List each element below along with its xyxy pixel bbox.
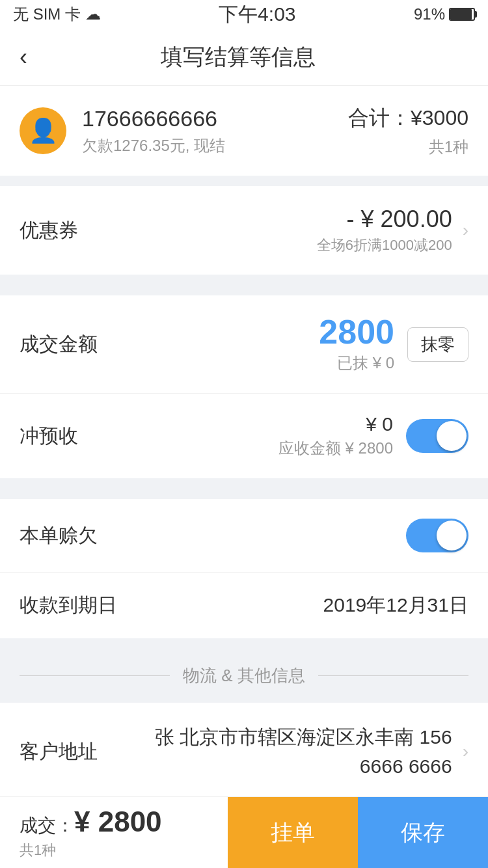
prepay-right: ¥ 0 应收金额 ¥ 2800: [278, 413, 393, 459]
divider-line-right: [318, 675, 468, 676]
deal-amount-value: 2800: [319, 315, 394, 349]
address-chevron-icon: ›: [463, 741, 468, 762]
debt-row: 本单赊欠: [0, 499, 488, 573]
deal-amount-section: 成交金额 2800 已抹 ¥ 0 抹零 冲预收 ¥ 0 应收金额 ¥ 2800: [0, 295, 488, 478]
avatar: 👤: [20, 107, 66, 154]
bottom-deal-label: 成交：: [20, 815, 74, 835]
sim-label: 无 SIM 卡 ☁: [13, 4, 101, 25]
coupon-label: 优惠券: [20, 217, 111, 244]
total-value: ¥3000: [411, 106, 468, 129]
coupon-chevron-icon: ›: [463, 220, 468, 241]
total-label: 合计：: [348, 106, 411, 129]
status-left: 无 SIM 卡 ☁: [13, 4, 101, 25]
battery-icon: [449, 8, 475, 21]
status-bar: 无 SIM 卡 ☁ 下午4:03 91%: [0, 0, 488, 29]
due-date-value: 2019年12月31日: [323, 592, 468, 619]
debt-content: [111, 519, 468, 552]
already-rounded: 已抹 ¥ 0: [337, 353, 394, 373]
address-section: 客户地址 张 北京市市辖区海淀区永丰南 156 6666 6666 ›: [0, 703, 488, 800]
deal-amount-content: 2800 已抹 ¥ 0 抹零: [111, 315, 468, 373]
prepay-amount: ¥ 0: [366, 413, 393, 435]
address-content: 张 北京市市辖区海淀区永丰南 156 6666 6666 ›: [111, 722, 468, 781]
deal-amount-label: 成交金额: [20, 331, 111, 358]
save-button[interactable]: 保存: [358, 797, 488, 869]
status-right: 91%: [414, 5, 475, 23]
debt-toggle[interactable]: [406, 519, 468, 552]
avatar-icon: 👤: [29, 117, 58, 144]
prepay-toggle[interactable]: [406, 419, 468, 453]
logistics-label: 物流 & 其他信息: [170, 664, 318, 687]
total-amount: 合计：¥3000: [348, 104, 468, 133]
coupon-content: - ¥ 200.00 全场6折满1000减200 ›: [111, 206, 468, 255]
coupon-amount: - ¥ 200.00: [347, 206, 452, 233]
bottom-info: 成交：¥ 2800 共1种: [0, 806, 228, 860]
prepay-label: 冲预收: [20, 423, 111, 450]
total-count: 共1种: [348, 137, 468, 157]
customer-phone: 17666666666: [82, 106, 348, 131]
prepay-content: ¥ 0 应收金额 ¥ 2800: [111, 413, 468, 459]
coupon-desc: 全场6折满1000减200: [317, 236, 452, 255]
deal-amount-row: 成交金额 2800 已抹 ¥ 0 抹零: [0, 295, 488, 394]
battery-percent: 91%: [414, 5, 445, 23]
debt-toggle-circle: [437, 521, 467, 550]
content: 👤 17666666666 欠款1276.35元, 现结 合计：¥3000 共1…: [0, 86, 488, 868]
prepay-row: 冲预收 ¥ 0 应收金额 ¥ 2800: [0, 394, 488, 478]
coupon-row[interactable]: 优惠券 - ¥ 200.00 全场6折满1000减200 ›: [0, 186, 488, 275]
address-row[interactable]: 客户地址 张 北京市市辖区海淀区永丰南 156 6666 6666 ›: [0, 703, 488, 800]
hang-sale-button[interactable]: 挂单: [228, 797, 358, 869]
divider-2: [0, 489, 488, 499]
bottom-bar: 成交：¥ 2800 共1种 挂单 保存: [0, 796, 488, 868]
toggle-circle: [437, 421, 467, 451]
due-date-label: 收款到期日: [20, 592, 117, 619]
prepay-sub: 应收金额 ¥ 2800: [278, 438, 393, 459]
bottom-count: 共1种: [20, 841, 208, 860]
customer-info: 17666666666 欠款1276.35元, 现结: [82, 106, 348, 156]
round-off-button[interactable]: 抹零: [407, 327, 468, 362]
customer-sub: 欠款1276.35元, 现结: [82, 135, 348, 156]
coupon-section: 优惠券 - ¥ 200.00 全场6折满1000减200 ›: [0, 186, 488, 275]
logistics-divider: 物流 & 其他信息: [0, 649, 488, 703]
page-title: 填写结算等信息: [40, 42, 436, 72]
customer-total: 合计：¥3000 共1种: [348, 104, 468, 157]
customer-card: 👤 17666666666 欠款1276.35元, 现结 合计：¥3000 共1…: [0, 86, 488, 176]
divider-line-left: [20, 675, 170, 676]
nav-bar: ‹ 填写结算等信息: [0, 29, 488, 86]
address-value: 张 北京市市辖区海淀区永丰南 156 6666 6666: [111, 722, 452, 781]
bottom-deal-row: 成交：¥ 2800: [20, 806, 208, 838]
address-label: 客户地址: [20, 739, 111, 765]
back-button[interactable]: ‹: [20, 44, 27, 71]
due-date-row: 收款到期日 2019年12月31日: [0, 573, 488, 638]
due-date-content: 2019年12月31日: [117, 592, 468, 619]
debt-label: 本单赊欠: [20, 522, 111, 549]
status-time: 下午4:03: [219, 1, 295, 28]
bottom-deal-amount: ¥ 2800: [74, 806, 162, 837]
divider-1: [0, 285, 488, 295]
debt-section: 本单赊欠 收款到期日 2019年12月31日: [0, 499, 488, 638]
deal-amount-right: 2800 已抹 ¥ 0: [319, 315, 394, 373]
coupon-right: - ¥ 200.00 全场6折满1000减200: [317, 206, 452, 255]
